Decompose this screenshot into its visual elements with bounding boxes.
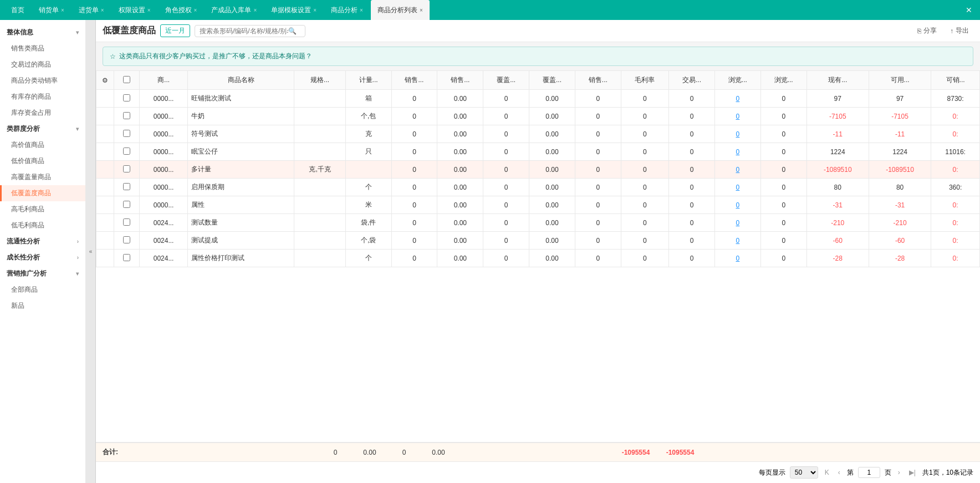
cell-name[interactable]: 多计量 xyxy=(188,161,294,179)
cell-checkbox[interactable] xyxy=(114,196,140,214)
sidebar-item-high-value[interactable]: 高价值商品 xyxy=(0,137,85,153)
cell-checkbox[interactable] xyxy=(114,161,140,179)
cell-browse1[interactable]: 0 xyxy=(714,125,760,143)
nav-close-permission[interactable]: × xyxy=(147,7,151,13)
cell-browse2: 0 xyxy=(760,232,807,250)
sidebar-section-growth[interactable]: 成长性分析 › xyxy=(0,250,85,266)
pagination-page-input[interactable] xyxy=(858,467,880,478)
nav-close-template[interactable]: × xyxy=(313,7,317,13)
export-btn[interactable]: ↑ 导出 xyxy=(946,24,973,37)
sidebar-section-marketing[interactable]: 营销推广分析 ▾ xyxy=(0,266,85,282)
nav-close-sales[interactable]: × xyxy=(61,7,64,13)
cell-name[interactable]: 属性价格打印测试 xyxy=(188,250,294,267)
cell-checkbox[interactable] xyxy=(114,143,140,161)
row-checkbox[interactable] xyxy=(123,254,130,261)
cell-sales1: 0 xyxy=(391,179,437,196)
nav-close-analysis[interactable]: × xyxy=(360,7,363,13)
cell-name[interactable]: 眠宝公仔 xyxy=(188,143,294,161)
nav-item-analysis[interactable]: 商品分析 × xyxy=(324,0,370,20)
nav-close-analysis-list[interactable]: × xyxy=(420,7,423,13)
cell-browse1[interactable]: 0 xyxy=(714,250,760,267)
row-checkbox[interactable] xyxy=(123,165,130,172)
search-icon[interactable]: 🔍 xyxy=(288,27,297,35)
cell-browse1[interactable]: 0 xyxy=(714,179,760,196)
filter-period-btn[interactable]: 近一月 xyxy=(160,24,190,37)
pagination-nav-prev[interactable]: ‹ xyxy=(836,469,843,476)
cell-sales2: 0.00 xyxy=(437,214,483,232)
cell-name[interactable]: 属性 xyxy=(188,196,294,214)
nav-close-role[interactable]: × xyxy=(194,7,197,13)
sidebar-section-growth-label: 成长性分析 xyxy=(7,253,40,262)
nav-item-purchase[interactable]: 进货单 × xyxy=(72,0,111,20)
cell-checkbox[interactable] xyxy=(114,250,140,267)
sidebar-item-all-goods[interactable]: 全部商品 xyxy=(0,282,85,298)
cell-margin: 0 xyxy=(621,125,668,143)
cell-name[interactable]: 测试数量 xyxy=(188,214,294,232)
sidebar-item-low-value[interactable]: 低价值商品 xyxy=(0,153,85,169)
nav-item-analysis-list[interactable]: 商品分析列表 × xyxy=(371,0,430,20)
row-checkbox[interactable] xyxy=(123,201,130,208)
row-checkbox[interactable] xyxy=(123,112,130,119)
row-checkbox[interactable] xyxy=(123,218,130,226)
nav-item-permission[interactable]: 权限设置 × xyxy=(112,0,157,20)
nav-item-product[interactable]: 产成品入库单 × xyxy=(205,0,263,20)
nav-close-purchase[interactable]: × xyxy=(101,7,104,13)
nav-item-template[interactable]: 单据模板设置 × xyxy=(264,0,323,20)
cell-browse1[interactable]: 0 xyxy=(714,196,760,214)
row-checkbox[interactable] xyxy=(123,130,130,137)
cell-checkbox[interactable] xyxy=(114,90,140,108)
search-input[interactable] xyxy=(200,27,288,35)
table-row: 0024... 测试数量 袋,件 0 0.00 0 0.00 0 0 0 0 0… xyxy=(96,214,980,232)
cell-checkbox[interactable] xyxy=(114,232,140,250)
share-btn[interactable]: ⎘ 分享 xyxy=(913,24,941,37)
sidebar-item-stock-capital[interactable]: 库存资金占用 xyxy=(0,105,85,121)
row-checkbox[interactable] xyxy=(123,236,130,243)
sidebar-item-low-coverage[interactable]: 低覆盖度商品 xyxy=(0,185,85,201)
sidebar-section-cluster[interactable]: 类群度分析 ▾ xyxy=(0,121,85,137)
cell-browse1[interactable]: 0 xyxy=(714,143,760,161)
cell-checkbox[interactable] xyxy=(114,214,140,232)
nav-item-sales[interactable]: 销货单 × xyxy=(32,0,71,20)
row-checkbox[interactable] xyxy=(123,183,130,190)
sidebar-item-traded-goods[interactable]: 交易过的商品 xyxy=(0,57,85,73)
cell-name[interactable]: 启用保质期 xyxy=(188,179,294,196)
window-close-button[interactable]: ✕ xyxy=(962,3,976,17)
cell-checkbox[interactable] xyxy=(114,179,140,196)
total-available: -1095554 xyxy=(658,449,702,456)
sidebar-item-high-margin[interactable]: 高毛利商品 xyxy=(0,201,85,217)
sidebar-item-new-goods[interactable]: 新品 xyxy=(0,298,85,314)
th-settings[interactable]: ⚙ xyxy=(96,71,114,90)
sidebar-collapse-btn[interactable]: « xyxy=(86,20,96,483)
sidebar-item-high-coverage[interactable]: 高覆盖量商品 xyxy=(0,169,85,185)
page-size-select[interactable]: 50 10 20 100 xyxy=(790,466,818,479)
cell-browse1[interactable]: 0 xyxy=(714,108,760,125)
sidebar-item-sales-goods[interactable]: 销售类商品 xyxy=(0,40,85,57)
row-checkbox[interactable] xyxy=(123,94,130,101)
cell-name[interactable]: 符号测试 xyxy=(188,125,294,143)
cell-name[interactable]: 牛奶 xyxy=(188,108,294,125)
cell-browse1[interactable]: 0 xyxy=(714,232,760,250)
cell-name[interactable]: 测试提成 xyxy=(188,232,294,250)
sidebar-section-liquidity[interactable]: 流通性分析 › xyxy=(0,233,85,250)
sidebar-item-low-margin[interactable]: 低毛利商品 xyxy=(0,217,85,233)
nav-item-home[interactable]: 首页 xyxy=(4,0,31,20)
cell-checkbox[interactable] xyxy=(114,125,140,143)
cell-browse1[interactable]: 0 xyxy=(714,90,760,108)
total-sales1: 0 xyxy=(319,449,352,456)
cell-name[interactable]: 旺铺批次测试 xyxy=(188,90,294,108)
cell-cover2: 0.00 xyxy=(529,90,575,108)
pagination-nav-first[interactable]: K xyxy=(823,469,831,476)
nav-close-product[interactable]: × xyxy=(253,7,257,13)
cell-browse1[interactable]: 0 xyxy=(714,214,760,232)
pagination-nav-last[interactable]: ▶| xyxy=(907,469,918,476)
cell-cover1: 0 xyxy=(483,196,529,214)
cell-browse1[interactable]: 0 xyxy=(714,161,760,179)
nav-item-role[interactable]: 角色授权 × xyxy=(159,0,204,20)
sidebar-item-category-rate[interactable]: 商品分类动销率 xyxy=(0,73,85,89)
select-all-checkbox[interactable] xyxy=(123,76,130,83)
cell-checkbox[interactable] xyxy=(114,108,140,125)
pagination-nav-next[interactable]: › xyxy=(896,469,902,476)
row-checkbox[interactable] xyxy=(123,148,130,155)
sidebar-section-overall[interactable]: 整体信息 ▾ xyxy=(0,24,85,40)
sidebar-item-stock-goods[interactable]: 有库存的商品 xyxy=(0,89,85,105)
